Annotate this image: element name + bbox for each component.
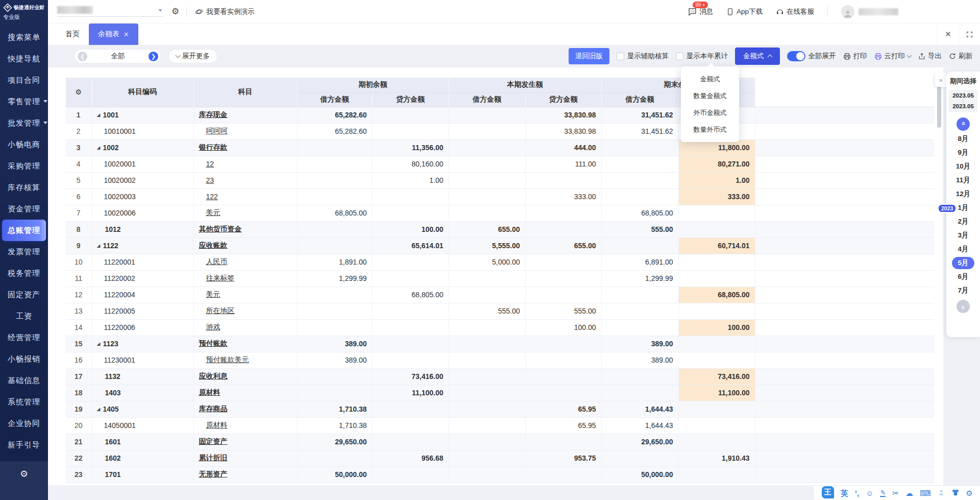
month-item-6月[interactable]: 6月 bbox=[952, 271, 974, 283]
company-selector[interactable]: ▼ bbox=[57, 6, 163, 17]
account-name-link[interactable]: 原材料 bbox=[206, 421, 228, 429]
amount-style-dropdown-button[interactable]: 金额式 bbox=[735, 47, 780, 65]
close-icon[interactable]: ✕ bbox=[937, 23, 959, 45]
account-name-link[interactable]: 美元 bbox=[206, 290, 220, 298]
table-row[interactable]: 2014050001原材料1,710.3865.951,644.43 bbox=[66, 417, 934, 434]
style-menu-item-数量外币式[interactable]: 数量外币式 bbox=[681, 121, 739, 138]
account-name-link[interactable]: 无形资产 bbox=[199, 470, 228, 478]
sidebar-item-零售管理[interactable]: 零售管理 bbox=[0, 91, 48, 112]
sidebar-item-工资[interactable]: 工资 bbox=[0, 305, 48, 327]
month-item-4月[interactable]: 4月 bbox=[952, 243, 974, 255]
toggle-switch[interactable] bbox=[787, 51, 805, 61]
prev-chevron-icon[interactable]: ❮ bbox=[78, 52, 87, 61]
table-row[interactable]: 81012其他货币资金100.00655.00555.00 bbox=[66, 221, 934, 237]
month-item-2月[interactable]: 2月 bbox=[952, 216, 974, 228]
cloud-print-button[interactable]: 云打印 bbox=[874, 52, 912, 61]
tab-home[interactable]: 首页 bbox=[56, 23, 89, 45]
table-row[interactable]: 1111220002往来标签1,299.991,299.99 bbox=[66, 270, 934, 287]
column-settings-gear-icon[interactable]: ⚙ bbox=[66, 78, 91, 107]
ime-skin-icon[interactable] bbox=[951, 489, 960, 497]
table-row[interactable]: 3◢1002银行存款11,356.00444.0011,800.00 bbox=[66, 139, 934, 156]
expand-more-button[interactable]: 展开更多 bbox=[168, 49, 217, 63]
refresh-button[interactable]: 刷新 bbox=[949, 52, 972, 61]
account-name-link[interactable]: 美元 bbox=[206, 208, 220, 217]
sidebar-item-资金管理[interactable]: 资金管理 bbox=[0, 198, 48, 220]
ime-keyboard-icon[interactable]: ⌨ bbox=[920, 489, 931, 497]
table-row[interactable]: 510020002231.001.00 bbox=[66, 172, 934, 188]
account-name-link[interactable]: 固定资产 bbox=[199, 437, 228, 445]
expand-triangle-icon[interactable]: ◢ bbox=[97, 113, 101, 117]
messages-button[interactable]: 99 + 消息 bbox=[688, 7, 713, 16]
table-row[interactable]: 181403原材料11,100.0011,100.00 bbox=[66, 385, 934, 401]
fullscreen-icon[interactable] bbox=[959, 23, 980, 45]
sidebar-item-库存核算[interactable]: 库存核算 bbox=[0, 177, 48, 198]
table-row[interactable]: 171132应收利息73,416.0073,416.00 bbox=[66, 368, 934, 385]
table-row[interactable]: 9◢1122应收账款65,614.015,555.00655.0060,714.… bbox=[66, 237, 934, 254]
account-name-link[interactable]: 预付账款 bbox=[199, 339, 228, 347]
account-name-link[interactable]: 原材料 bbox=[199, 388, 220, 396]
scroll-months-up-button[interactable]: » bbox=[957, 117, 970, 131]
sidebar-item-采购管理[interactable]: 采购管理 bbox=[0, 155, 48, 177]
expand-triangle-icon[interactable]: ◢ bbox=[97, 146, 101, 150]
back-to-old-version-button[interactable]: 退回旧版 bbox=[569, 48, 609, 64]
panel-collapse-button[interactable]: » bbox=[935, 73, 946, 87]
next-chevron-icon[interactable]: ❯ bbox=[149, 52, 158, 61]
table-row[interactable]: 710020006美元68,805.0068,805.00 bbox=[66, 205, 934, 221]
ime-handwriting-icon[interactable]: ✎ bbox=[880, 489, 886, 497]
account-name-link[interactable]: 12 bbox=[206, 160, 214, 168]
sidebar-item-总账管理[interactable]: 总账管理 bbox=[2, 220, 46, 241]
account-name-link[interactable]: 应收账款 bbox=[199, 241, 228, 249]
ime-account-icon[interactable] bbox=[938, 489, 945, 497]
table-row[interactable]: 1411220006游戏100.00100.00 bbox=[66, 319, 934, 336]
table-row[interactable]: 1◢1001库存现金65,282.6033,830.9831,451.62 bbox=[66, 107, 934, 123]
tab-close-icon[interactable]: ✕ bbox=[124, 31, 129, 38]
table-row[interactable]: 4100200011280,160.00111.0080,271.00 bbox=[66, 156, 934, 172]
account-name-link[interactable]: 往来标签 bbox=[206, 274, 235, 282]
table-row[interactable]: 231701无形资产50,000.0050,000.00 bbox=[66, 466, 934, 483]
ime-logo[interactable]: 王 bbox=[822, 486, 834, 498]
style-menu-item-金额式[interactable]: 金额式 bbox=[681, 70, 739, 87]
month-item-7月[interactable]: 7月 bbox=[952, 284, 974, 297]
sidebar-item-批发管理[interactable]: 批发管理 bbox=[0, 112, 48, 134]
sidebar-item-基础信息[interactable]: 基础信息 bbox=[0, 370, 48, 391]
support-button[interactable]: 在线客服 bbox=[776, 7, 814, 16]
table-row[interactable]: 610020003122333.00333.00 bbox=[66, 188, 934, 205]
style-menu-item-外币金额式[interactable]: 外币金额式 bbox=[681, 104, 739, 121]
account-name-link[interactable]: 应收利息 bbox=[199, 372, 228, 380]
sidebar-settings-gear-icon[interactable]: ⚙ bbox=[20, 468, 28, 500]
ime-settings-icon[interactable]: ⚙ bbox=[966, 489, 973, 497]
expand-all-toggle[interactable]: 全部展开 bbox=[787, 51, 836, 61]
month-item-12月[interactable]: 12月 bbox=[952, 188, 974, 200]
sidebar-item-新手引导[interactable]: 新手引导 bbox=[0, 434, 48, 456]
month-item-10月[interactable]: 10月 bbox=[952, 160, 974, 173]
expand-triangle-icon[interactable]: ◢ bbox=[97, 407, 101, 412]
account-name-link[interactable]: 累计折旧 bbox=[199, 454, 228, 462]
sidebar-item-税务管理[interactable]: 税务管理 bbox=[0, 263, 48, 284]
account-name-link[interactable]: 银行存款 bbox=[199, 143, 228, 151]
table-row[interactable]: 211601固定资产29,650.0029,650.00 bbox=[66, 434, 934, 450]
table-row[interactable]: 15◢1123预付账款389.00389.00 bbox=[66, 336, 934, 352]
account-name-link[interactable]: 122 bbox=[206, 193, 218, 201]
table-row[interactable]: 1211220004美元68,805.0068,805.00 bbox=[66, 287, 934, 303]
style-menu-item-数量金额式[interactable]: 数量金额式 bbox=[681, 87, 739, 104]
settings-gear-icon[interactable]: ⚙ bbox=[172, 6, 179, 17]
month-item-8月[interactable]: 8月 bbox=[952, 133, 974, 145]
show-aux-checkbox[interactable]: 显示辅助核算 bbox=[617, 52, 669, 61]
demo-link[interactable]: 我要看实例演示 bbox=[195, 7, 255, 16]
month-item-5月[interactable]: 5月 bbox=[952, 257, 974, 269]
ime-clipboard-icon[interactable]: ✂ bbox=[892, 489, 899, 497]
ime-language-mode[interactable]: 英 bbox=[841, 489, 848, 497]
sidebar-item-经营管理[interactable]: 经营管理 bbox=[0, 327, 48, 348]
show-ytd-checkbox[interactable]: 显示本年累计 bbox=[676, 52, 728, 61]
account-name-link[interactable]: 呵呵呵 bbox=[206, 127, 228, 135]
print-button[interactable]: 打印 bbox=[843, 52, 867, 61]
ime-punctuation-icon[interactable]: ’, bbox=[855, 489, 859, 497]
table-row[interactable]: 1011220001人民币1,891.005,000.006,891.00 bbox=[66, 254, 934, 270]
account-name-link[interactable]: 游戏 bbox=[206, 323, 220, 331]
scope-selector[interactable]: ❮ 全部 ❯ bbox=[75, 49, 161, 63]
table-row[interactable]: 1611230001预付账款美元389.00389.00 bbox=[66, 352, 934, 368]
account-name-link[interactable]: 23 bbox=[206, 176, 214, 184]
month-item-11月[interactable]: 11月 bbox=[952, 174, 974, 186]
table-row[interactable]: 210010001呵呵呵65,282.6033,830.9831,451.62 bbox=[66, 123, 934, 139]
table-row[interactable]: 221602累计折旧956.68953.751,910.43 bbox=[66, 450, 934, 466]
